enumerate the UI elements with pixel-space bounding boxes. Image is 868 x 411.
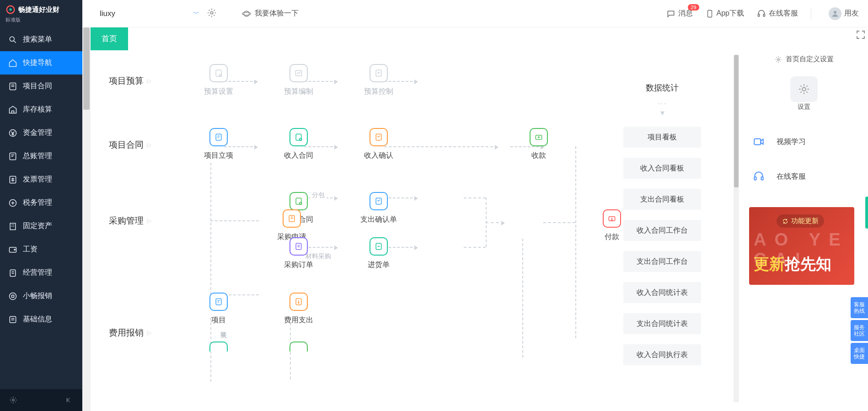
stats-btn-expense-board[interactable]: 支出合同看板: [623, 189, 701, 210]
section-title: 项目合同▷: [109, 139, 151, 151]
online-support-link[interactable]: 在线客服: [749, 163, 859, 190]
org-name: liuxy: [100, 9, 115, 18]
sidebar-item-salary[interactable]: 工资: [0, 238, 82, 261]
sidebar-item-funds[interactable]: 资金管理: [0, 121, 82, 144]
svg-point-10: [14, 249, 16, 250]
arrow-down-icon: ⋮▾: [657, 100, 667, 117]
org-switcher[interactable]: liuxy ﹀: [100, 9, 199, 18]
sidebar-item-invoice[interactable]: 发票管理: [0, 168, 82, 191]
float-desktop[interactable]: 桌面快捷: [851, 343, 868, 364]
fullscreen-button[interactable]: [855, 29, 866, 42]
sidebar-label: 总账管理: [23, 151, 52, 161]
triangle-icon: ▷: [147, 218, 151, 224]
node-project[interactable]: 项目: [200, 293, 237, 325]
svg-rect-22: [216, 70, 221, 76]
warehouse-icon: [8, 105, 17, 114]
node-income-contract[interactable]: 收入合同: [280, 128, 317, 160]
sidebar-label: 快捷导航: [23, 58, 52, 68]
svg-rect-36: [296, 243, 301, 249]
home-icon: [8, 59, 17, 68]
sidebar-item-quicknav[interactable]: 快捷导航: [0, 51, 82, 75]
tab-home[interactable]: 首页: [91, 27, 128, 50]
promo-badge: 功能更新: [777, 214, 824, 228]
sidebar-item-assets[interactable]: 固定资产: [0, 214, 82, 238]
messages-button[interactable]: 消息 29: [666, 9, 693, 18]
sidebar-item-search[interactable]: 搜索菜单: [0, 28, 82, 51]
sidebar-label: 税务管理: [23, 198, 52, 208]
sidebar-item-inventory[interactable]: 库存核算: [0, 98, 82, 121]
node-extra-2[interactable]: [280, 342, 317, 352]
chevron-down-icon: ﹀: [193, 10, 199, 18]
svg-point-1: [9, 8, 12, 11]
float-hotline[interactable]: 客服热线: [851, 297, 868, 318]
user-menu[interactable]: 用友: [824, 7, 859, 20]
sidebar-item-contract[interactable]: 项目合同: [0, 75, 82, 98]
section-title: 项目预算▷: [109, 75, 151, 87]
support-label: 在线客服: [769, 9, 798, 18]
info-icon: [8, 315, 17, 324]
node-expense-confirm[interactable]: 支出确认单: [360, 192, 397, 224]
svg-point-28: [300, 139, 302, 141]
stats-btn-income-stats[interactable]: 收入合同统计表: [623, 282, 701, 303]
node-budget-setting[interactable]: 预算设置: [200, 64, 237, 96]
stats-column: 数据统计 ⋮▾ 项目看板 收入合同看板 支出合同看板 收入合同工作台 支出合同工…: [619, 82, 706, 371]
avatar-icon: [829, 7, 841, 20]
refresh-icon: [782, 218, 788, 224]
float-community[interactable]: 服务社区: [851, 320, 868, 341]
sidebar-item-tax[interactable]: 税务管理: [0, 191, 82, 214]
stats-btn-project-board[interactable]: 项目看板: [623, 127, 701, 148]
node-goods-receipt[interactable]: 进货单: [360, 237, 397, 270]
stats-btn-income-exec[interactable]: 收入合同执行表: [623, 344, 701, 365]
settings-label: 设置: [749, 103, 859, 111]
section-title: 费用报销▷: [109, 327, 151, 339]
sidebar-item-management[interactable]: 经营管理: [0, 261, 82, 284]
gear-icon[interactable]: [9, 396, 17, 404]
collapse-icon[interactable]: [65, 396, 73, 404]
promo-card[interactable]: 功能更新 AO YE CAI 更新抢先知 先知 03月06日: [749, 207, 854, 285]
node-project-init[interactable]: 项目立项: [200, 128, 237, 160]
node-budget-control[interactable]: 预算控制: [360, 64, 397, 96]
download-button[interactable]: App下载: [706, 9, 744, 18]
wallet-icon: [8, 245, 17, 254]
divider: [811, 8, 811, 19]
custom-settings-header: 首页自定义设置: [749, 55, 859, 64]
messages-badge: 29: [688, 4, 699, 11]
search-icon: [8, 35, 17, 44]
sidebar-footer: [0, 389, 82, 411]
sidebar-label: 经营管理: [23, 268, 52, 278]
svg-point-14: [12, 399, 15, 401]
triangle-icon: ▷: [147, 142, 151, 148]
node-expense-out[interactable]: 费用支出: [280, 293, 317, 325]
node-purchase-order[interactable]: 采购订单: [280, 237, 317, 270]
node-extra-1[interactable]: [200, 342, 237, 352]
stats-title: 数据统计: [646, 82, 679, 93]
side-tab-handle[interactable]: [865, 197, 868, 229]
stats-btn-income-board[interactable]: 收入合同看板: [623, 158, 701, 179]
building-icon: [8, 222, 17, 231]
node-receipt[interactable]: 收款: [520, 128, 557, 160]
video-learning-link[interactable]: 视频学习: [749, 128, 859, 155]
node-income-confirm[interactable]: 收入确认: [360, 128, 397, 160]
sidebar-item-baseinfo[interactable]: 基础信息: [0, 308, 82, 331]
stats-btn-income-workbench[interactable]: 收入合同工作台: [623, 220, 701, 241]
settings-card[interactable]: [790, 76, 818, 102]
svg-rect-20: [763, 14, 765, 16]
page-scrollbar[interactable]: [82, 27, 91, 411]
stats-btn-expense-workbench[interactable]: 支出合同工作台: [623, 251, 701, 272]
sidebar-item-reimburse[interactable]: 小畅报销: [0, 284, 82, 308]
sidebar-label: 固定资产: [23, 221, 52, 231]
node-budget-compile[interactable]: 预算编制: [280, 64, 317, 96]
right-panel: 首页自定义设置 设置 视频学习 在线客服 功能更新 AO YE CAI 更新抢先…: [740, 55, 868, 285]
gear-icon: [798, 83, 810, 95]
triangle-icon: ▷: [147, 78, 151, 84]
svg-rect-27: [296, 134, 301, 140]
svg-point-12: [10, 293, 16, 299]
settings-button[interactable]: [207, 8, 217, 20]
support-button[interactable]: 在线客服: [757, 9, 798, 18]
sidebar-label: 项目合同: [23, 81, 52, 91]
stats-btn-expense-stats[interactable]: 支出合同统计表: [623, 313, 701, 334]
trial-link[interactable]: 我要体验一下: [242, 9, 299, 18]
svg-point-41: [802, 87, 806, 91]
sidebar-item-ledger[interactable]: 总账管理: [0, 144, 82, 168]
svg-rect-8: [10, 223, 16, 230]
